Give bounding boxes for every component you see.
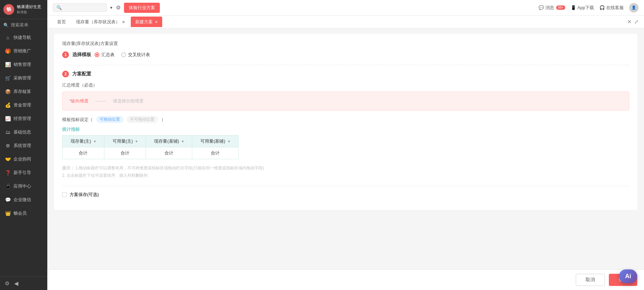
col1-header[interactable]: 现存量(主) ▾: [63, 136, 104, 147]
sidebar-item-label: 企业协同: [14, 156, 31, 162]
radio-summary[interactable]: 汇总表: [95, 52, 115, 58]
finance-icon: 💰: [5, 102, 11, 108]
online-support-label: 在线客服: [606, 5, 624, 11]
sidebar-item-operations[interactable]: 📈 经营管理: [0, 112, 47, 125]
header-left: 🔍 ▾ ⚙ 体验行业方案: [53, 3, 160, 13]
step2-section: 2 方案配置 汇总维度（必选） *纵向维度 —— 请选择分组维度 模板指标设定（…: [62, 71, 629, 179]
sidebar-item-label: 销售管理: [14, 62, 31, 68]
messages-item[interactable]: 💬 消息 99+: [539, 5, 565, 11]
collapse-icon[interactable]: ◀: [14, 280, 18, 287]
radio-cross-label: 交叉统计表: [128, 52, 150, 58]
message-icon: 💬: [539, 5, 544, 10]
sidebar-item-basic[interactable]: 🗂 基础信息: [0, 125, 47, 139]
tab-inventory-label: 现存量（库存状况表）: [76, 19, 120, 25]
quick-nav-icon: ⌂: [5, 34, 11, 41]
ai-float-button[interactable]: Ai: [619, 269, 637, 283]
sidebar-item-label: 应用中心: [14, 183, 31, 189]
tab-bar: 首页 现存量（库存状况表） ✕ 新建方案 ✕ ✕ ⤢: [47, 16, 644, 28]
tab-inventory-status[interactable]: 现存量（库存状况表） ✕: [72, 17, 129, 27]
main-content: 🔍 ▾ ⚙ 体验行业方案 💬 消息 99+ 📱 App下载 🎧 在线客服: [47, 0, 644, 290]
system-icon: ⚙: [5, 143, 11, 149]
tips-title: 提示：: [62, 166, 74, 170]
col4-header[interactable]: 可用量(基辅) ▾: [192, 136, 239, 147]
col4-label: 可用量(基辅): [200, 138, 225, 144]
col2-dropdown-icon[interactable]: ▾: [135, 139, 138, 144]
save-option-label: 方案保存(可选): [70, 192, 99, 198]
tab-new-plan-close-icon[interactable]: ✕: [155, 20, 158, 24]
radio-cross[interactable]: 交叉统计表: [121, 52, 150, 58]
header-gear-icon[interactable]: ⚙: [116, 4, 121, 11]
sidebar-logo: 畅 畅康通好生意 标准版: [0, 0, 47, 19]
col3-dropdown-icon[interactable]: ▾: [182, 139, 184, 144]
col1-dropdown-icon[interactable]: ▾: [94, 139, 96, 144]
sidebar-item-system[interactable]: ⚙ 系统管理: [0, 139, 47, 152]
header-search-box[interactable]: 🔍: [53, 3, 107, 12]
draggable-badge: 可拖动位置: [96, 116, 123, 123]
expand-icon[interactable]: ⤢: [634, 19, 639, 25]
tab-home[interactable]: 首页: [53, 17, 70, 27]
basic-icon: 🗂: [5, 129, 11, 135]
enterprise-icon: 🤝: [5, 156, 11, 162]
member-icon: 👑: [5, 210, 11, 216]
sidebar-item-member[interactable]: 👑 畅会员: [0, 207, 47, 220]
close-window-icon[interactable]: ✕: [627, 19, 631, 25]
online-support-item[interactable]: 🎧 在线客服: [599, 5, 624, 11]
save-checkbox[interactable]: [62, 192, 67, 197]
header-search-input[interactable]: [64, 5, 103, 10]
tab-home-label: 首页: [57, 19, 66, 25]
template-radio-group: 汇总表 交叉统计表: [95, 52, 150, 58]
step2-header: 2 方案配置: [62, 71, 629, 77]
sidebar-item-label: 营销推广: [14, 48, 31, 54]
sidebar-item-purchase[interactable]: 🛒 采购管理: [0, 71, 47, 85]
sidebar-item-label: 基础信息: [14, 129, 31, 135]
messages-badge: 99+: [556, 5, 565, 10]
app-download-item[interactable]: 📱 App下载: [571, 5, 594, 11]
save-option: 方案保存(可选): [62, 186, 629, 203]
sidebar-item-apps[interactable]: 📱 应用中心: [0, 179, 47, 193]
wechat-icon: 💬: [5, 197, 11, 203]
dimension-field-label: 汇总维度（必选）: [62, 82, 629, 88]
sidebar-item-label: 企业微信: [14, 197, 31, 203]
sidebar-item-marketing[interactable]: 🎁 营销推广: [0, 44, 47, 58]
sidebar-item-sales[interactable]: 📊 销售管理: [0, 58, 47, 71]
sidebar-item-wechat[interactable]: 💬 企业微信: [0, 193, 47, 207]
sidebar: 畅 畅康通好生意 标准版 🔍 搜索菜单 ⌂ 快捷导航 🎁 营销推广 📊 销售管理…: [0, 0, 47, 290]
sidebar-search[interactable]: 🔍 搜索菜单: [0, 19, 47, 31]
stats-table-header-row: 现存量(主) ▾ 可用量(主) ▾: [63, 136, 239, 147]
non-draggable-badge: 不可拖动位置: [127, 116, 158, 123]
sidebar-item-quick-nav[interactable]: ⌂ 快捷导航: [0, 31, 47, 44]
sidebar-item-label: 经营管理: [14, 116, 31, 122]
cancel-button[interactable]: 取消: [576, 274, 605, 286]
header-dropdown[interactable]: ▾: [110, 5, 113, 10]
app-logo-icon: 畅: [3, 4, 14, 15]
col4-dropdown-icon[interactable]: ▾: [228, 139, 230, 144]
sidebar-item-finance[interactable]: 💰 资金管理: [0, 98, 47, 112]
radio-summary-label: 汇总表: [101, 52, 115, 58]
tab-inventory-close-icon[interactable]: ✕: [122, 20, 125, 24]
col3-summary: 合计: [146, 147, 192, 159]
step1-section: 1 选择模板 汇总表 交叉统计表: [62, 51, 629, 58]
tab-new-plan[interactable]: 新建方案 ✕: [131, 17, 162, 27]
sidebar-item-label: 库存核算: [14, 89, 31, 95]
sidebar-item-inventory[interactable]: 📦 库存核算: [0, 85, 47, 98]
inventory-icon: 📦: [5, 89, 11, 95]
indicator-settings-label: 模板指标设定（ 可拖动位置 不可拖动位置 ）: [62, 116, 629, 123]
dimension-box[interactable]: *纵向维度 —— 请选择分组维度: [62, 92, 629, 111]
stats-label: 统计指标: [62, 126, 629, 132]
indicator-settings: 模板指标设定（ 可拖动位置 不可拖动位置 ） 统计指标: [62, 116, 629, 159]
sidebar-item-enterprise[interactable]: 🤝 企业协同: [0, 152, 47, 166]
trial-button[interactable]: 体验行业方案: [124, 3, 160, 13]
stats-table: 现存量(主) ▾ 可用量(主) ▾: [62, 135, 239, 159]
sidebar-item-label: 系统管理: [14, 143, 31, 149]
col2-header[interactable]: 可用量(主) ▾: [104, 136, 146, 147]
sidebar-item-newbie[interactable]: ❓ 新手引导: [0, 166, 47, 179]
indicator-settings-suffix: ）: [161, 117, 166, 123]
radio-cross-circle: [121, 52, 126, 57]
settings-icon[interactable]: ⚙: [5, 280, 9, 287]
settings-card: 现存量(库存状况表)方案设置 1 选择模板 汇总表: [54, 34, 637, 210]
col3-header[interactable]: 现存量(基辅) ▾: [146, 136, 192, 147]
headset-icon: 🎧: [599, 5, 605, 10]
step1-header: 1 选择模板 汇总表 交叉统计表: [62, 51, 629, 58]
user-avatar[interactable]: 👤: [629, 3, 639, 13]
tips-line1: 提示： 1.拖动标题栏可以调整布局，不可跨维度或指标区域拖动栏目字段(只能在同一…: [62, 165, 629, 172]
